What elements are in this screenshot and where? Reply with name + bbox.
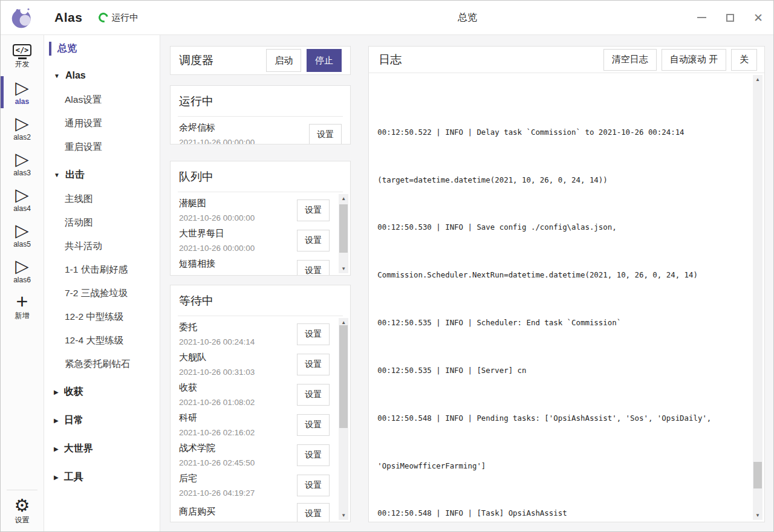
nav-item[interactable]: 重启设置 bbox=[44, 135, 160, 159]
instance-icon: ▷ bbox=[15, 257, 28, 275]
task-settings-button[interactable]: 设置 bbox=[297, 354, 330, 375]
instance-label: 新增 bbox=[15, 311, 30, 321]
nav-item-label: Alas设置 bbox=[65, 94, 102, 106]
task-settings-button[interactable]: 设置 bbox=[297, 475, 330, 496]
scroll-up-icon[interactable]: ▲ bbox=[341, 196, 346, 201]
nav-item[interactable]: 收获 bbox=[44, 379, 160, 404]
task-settings-button[interactable]: 设置 bbox=[297, 503, 330, 522]
rail-instance-item[interactable]: ▷ alas2 bbox=[1, 110, 44, 146]
nav-item[interactable]: 共斗活动 bbox=[44, 235, 160, 258]
rail-items: </> 开发 ▷ alas ▷ alas2 ▷ bbox=[1, 39, 44, 324]
scheduler-status: 运行中 bbox=[99, 12, 138, 24]
rail-instance-item[interactable]: ▷ alas bbox=[1, 74, 44, 110]
nav-item[interactable]: 活动图 bbox=[44, 211, 160, 235]
nav-item[interactable]: 12-2 中型练级 bbox=[44, 305, 160, 329]
nav-item[interactable]: Alas bbox=[44, 63, 160, 88]
scrollbar-thumb[interactable] bbox=[753, 462, 762, 488]
task-info: 潜艇图 2021-10-26 00:00:00 bbox=[179, 198, 297, 222]
nav-item-label: 活动图 bbox=[65, 216, 93, 229]
scroll-down-icon[interactable]: ▼ bbox=[755, 513, 760, 518]
instance-icon: ▷ bbox=[15, 79, 28, 97]
task-info: 短猫相接 2021-10-26 00:00:00 bbox=[179, 258, 297, 275]
task-settings-button[interactable]: 设置 bbox=[309, 124, 342, 144]
task-name: 余烬信标 bbox=[179, 122, 309, 134]
log-panel: 日志 清空日志 自动滚动 开 关 00:12:50.522 | INFO | D… bbox=[368, 46, 765, 522]
group-arrow-icon bbox=[54, 389, 59, 395]
task-row: 收获 2021-10-26 01:08:02 设置 bbox=[171, 377, 350, 407]
task-settings-button[interactable]: 设置 bbox=[297, 414, 330, 436]
app-window: Alas 运行中 总览 ✕ </> 开发 ▷ bbox=[0, 0, 774, 532]
task-name: 短猫相接 bbox=[179, 258, 297, 270]
nav-item[interactable]: 紧急委托刷钻石 bbox=[44, 352, 160, 376]
nav-item[interactable]: 总览 bbox=[44, 37, 160, 60]
task-settings-button[interactable]: 设置 bbox=[297, 199, 330, 221]
task-settings-button[interactable]: 设置 bbox=[297, 444, 330, 466]
rail-instance-item[interactable]: ▷ alas4 bbox=[1, 181, 44, 217]
app-title: Alas bbox=[54, 10, 82, 25]
nav-item[interactable]: 7-2 三战捡垃圾 bbox=[44, 282, 160, 305]
window-controls: ✕ bbox=[696, 1, 764, 34]
status-label: 运行中 bbox=[111, 12, 138, 24]
nav-item-label: 大世界 bbox=[64, 443, 93, 455]
rail-instance-item[interactable]: ▷ alas6 bbox=[1, 253, 44, 288]
group-arrow-icon bbox=[54, 446, 59, 452]
task-row: 委托 2021-10-26 00:24:14 设置 bbox=[171, 316, 350, 346]
scroll-down-icon[interactable]: ▼ bbox=[341, 266, 346, 271]
running-section: 运行中 余烬信标 2021-10-26 00:00:00 设置 bbox=[170, 85, 351, 144]
log-title: 日志 bbox=[379, 52, 599, 68]
gear-icon: ⚙ bbox=[15, 496, 30, 514]
stop-button[interactable]: 停止 bbox=[307, 49, 342, 72]
nav-item-label: 1-1 伏击刷好感 bbox=[65, 264, 128, 276]
log-off-button[interactable]: 关 bbox=[731, 49, 757, 71]
start-button[interactable]: 启动 bbox=[266, 49, 301, 72]
instance-icon: ▷ bbox=[15, 150, 28, 168]
task-settings-button[interactable]: 设置 bbox=[297, 323, 330, 345]
scrollbar-thumb[interactable] bbox=[339, 204, 348, 253]
page-title: 总览 bbox=[458, 11, 477, 24]
running-section-title: 运行中 bbox=[171, 86, 350, 116]
nav-item[interactable]: 12-4 大型练级 bbox=[44, 329, 160, 352]
nav-item[interactable]: 1-1 伏击刷好感 bbox=[44, 258, 160, 282]
scrollbar-thumb[interactable] bbox=[339, 325, 348, 428]
nav-item[interactable]: 通用设置 bbox=[44, 112, 160, 135]
log-line: 00:12:50.535 | INFO | [Server] cn bbox=[377, 365, 747, 377]
running-spinner-icon bbox=[97, 11, 110, 24]
task-settings-button[interactable]: 设置 bbox=[297, 230, 330, 251]
task-settings-button[interactable]: 设置 bbox=[297, 384, 330, 406]
rail-settings-item[interactable]: ⚙ 设置 bbox=[7, 494, 37, 528]
rail-instance-item[interactable]: + 新增 bbox=[1, 288, 44, 324]
task-info: 战术学院 2021-10-26 02:45:50 bbox=[179, 443, 297, 467]
nav-item[interactable]: 日常 bbox=[44, 407, 160, 433]
nav-item-label: 日常 bbox=[64, 414, 83, 427]
log-scrollbar[interactable]: ▲ ▼ bbox=[753, 75, 763, 520]
log-line: 00:12:50.548 | INFO | [Task] OpsiAshAssi… bbox=[377, 507, 747, 519]
nav-item[interactable]: Alas设置 bbox=[44, 88, 160, 112]
maximize-icon[interactable] bbox=[724, 12, 735, 23]
log-lines: 00:12:50.522 | INFO | Delay task `Commis… bbox=[369, 73, 764, 522]
minimize-icon[interactable] bbox=[696, 12, 707, 23]
task-settings-button[interactable]: 设置 bbox=[297, 260, 330, 276]
nav-item[interactable]: 工具 bbox=[44, 464, 160, 490]
log-line: 'OpsiMeowfficerFarming'] bbox=[377, 460, 747, 472]
close-icon[interactable]: ✕ bbox=[753, 12, 764, 23]
waiting-scrollbar[interactable]: ▲ ▼ bbox=[339, 318, 348, 520]
nav-item-label: 主线图 bbox=[65, 193, 93, 206]
task-info: 余烬信标 2021-10-26 00:00:00 bbox=[179, 122, 309, 144]
rail-instance-item[interactable]: ▷ alas5 bbox=[1, 217, 44, 253]
queue-scrollbar[interactable]: ▲ ▼ bbox=[339, 194, 348, 273]
scroll-up-icon[interactable]: ▲ bbox=[755, 77, 760, 82]
task-next-run-time: 2021-10-26 00:24:14 bbox=[179, 337, 297, 346]
nav-item[interactable]: 大世界 bbox=[44, 436, 160, 461]
autoscroll-toggle-button[interactable]: 自动滚动 开 bbox=[662, 49, 726, 71]
nav-item[interactable]: 出击 bbox=[44, 162, 160, 187]
titlebar: Alas 运行中 总览 ✕ bbox=[1, 1, 773, 35]
scroll-down-icon[interactable]: ▼ bbox=[341, 513, 346, 518]
clear-log-button[interactable]: 清空日志 bbox=[603, 49, 657, 71]
scroll-up-icon[interactable]: ▲ bbox=[341, 320, 346, 325]
instance-icon: </> bbox=[13, 44, 32, 56]
task-row: 科研 2021-10-26 02:16:02 设置 bbox=[171, 407, 350, 437]
rail-instance-item[interactable]: ▷ alas3 bbox=[1, 146, 44, 181]
running-task-list: 余烬信标 2021-10-26 00:00:00 设置 bbox=[171, 117, 350, 144]
rail-instance-item[interactable]: </> 开发 bbox=[1, 39, 44, 74]
nav-item[interactable]: 主线图 bbox=[44, 187, 160, 211]
